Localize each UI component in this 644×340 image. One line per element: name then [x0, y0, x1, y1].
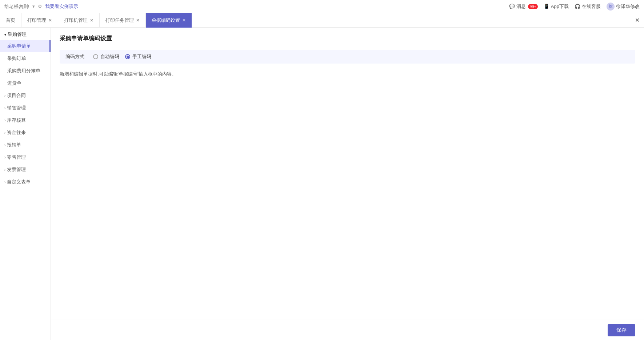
- content-footer: 保存: [51, 320, 644, 340]
- top-bar-notice: 给老板勿删!: [4, 3, 29, 10]
- radio-auto-label: 自动编码: [100, 53, 119, 60]
- tab-print-manage-close[interactable]: ✕: [48, 18, 52, 23]
- tab-bill-code-label: 单据编码设置: [152, 17, 180, 24]
- tab-print-manage[interactable]: 打印管理 ✕: [21, 13, 58, 28]
- sidebar-group-sales[interactable]: › 销售管理: [0, 102, 51, 114]
- tab-print-task[interactable]: 打印任务管理 ✕: [100, 13, 146, 28]
- sidebar-item-purchase-expense[interactable]: 采购费用分摊单: [0, 65, 51, 77]
- sidebar-group-invoice[interactable]: › 发票管理: [0, 163, 51, 176]
- main-layout: ▾ 采购管理 采购申请单 采购订单 采购费用分摊单 进货单 › 项目合同 › 销…: [0, 28, 644, 340]
- sidebar-group-purchase[interactable]: ▾ 采购管理: [0, 28, 51, 40]
- top-bar-left: 给老板勿删! ▾ ⚙ 我要看实例演示: [4, 3, 78, 10]
- tab-printer-manage[interactable]: 打印机管理 ✕: [58, 13, 100, 28]
- chevron-right-icon-4: ›: [4, 131, 5, 135]
- chevron-right-icon-3: ›: [4, 118, 5, 122]
- chevron-right-icon-8: ›: [4, 180, 5, 184]
- top-bar-right: 💬 消息 99+ 📱 App下载 🎧 在线客服 徐 徐泽华修改: [509, 3, 640, 11]
- tab-print-task-label: 打印任务管理: [105, 17, 134, 24]
- sidebar-item-stock-in[interactable]: 进货单: [0, 77, 51, 89]
- chevron-right-icon-5: ›: [4, 143, 5, 147]
- headset-icon: 🎧: [575, 4, 580, 9]
- dropdown-icon[interactable]: ▾: [32, 4, 35, 9]
- tab-home[interactable]: 首页: [0, 13, 21, 28]
- tab-bar-close[interactable]: ✕: [631, 14, 644, 27]
- sidebar-group-project[interactable]: › 项目合同: [0, 89, 51, 102]
- sidebar: ▾ 采购管理 采购申请单 采购订单 采购费用分摊单 进货单 › 项目合同 › 销…: [0, 28, 51, 340]
- radio-group: 自动编码 手工编码: [93, 53, 151, 60]
- tab-bill-code[interactable]: 单据编码设置 ✕: [146, 13, 192, 28]
- sidebar-group-retail[interactable]: › 零售管理: [0, 151, 51, 163]
- chevron-right-icon: ›: [4, 94, 5, 98]
- sidebar-group-purchase-label: 采购管理: [8, 31, 27, 38]
- encoding-row: 编码方式 自动编码 手工编码: [60, 50, 635, 64]
- app-download-button[interactable]: 📱 App下载: [544, 3, 569, 10]
- radio-manual-label: 手工编码: [132, 53, 151, 60]
- sidebar-item-purchase-request[interactable]: 采购申请单: [0, 40, 51, 52]
- chevron-right-icon-7: ›: [4, 168, 5, 172]
- tab-printer-manage-label: 打印机管理: [64, 17, 88, 24]
- radio-manual[interactable]: 手工编码: [125, 53, 151, 60]
- tab-bill-code-close[interactable]: ✕: [182, 18, 186, 23]
- chevron-right-icon-6: ›: [4, 155, 5, 159]
- tab-home-label: 首页: [6, 17, 15, 24]
- radio-manual-circle: [125, 54, 130, 59]
- message-button[interactable]: 💬 消息 99+: [509, 3, 538, 10]
- save-button[interactable]: 保存: [608, 324, 635, 336]
- message-badge: 99+: [528, 4, 538, 9]
- tab-print-manage-label: 打印管理: [27, 17, 46, 24]
- sidebar-item-purchase-order[interactable]: 采购订单: [0, 52, 51, 65]
- top-bar: 给老板勿删! ▾ ⚙ 我要看实例演示 💬 消息 99+ 📱 App下载 🎧 在线…: [0, 0, 644, 13]
- radio-auto-circle: [93, 54, 98, 59]
- tab-bar: 首页 打印管理 ✕ 打印机管理 ✕ 打印任务管理 ✕ 单据编码设置 ✕ ✕: [0, 13, 644, 28]
- sidebar-group-inventory[interactable]: › 库存核算: [0, 114, 51, 126]
- radio-auto[interactable]: 自动编码: [93, 53, 119, 60]
- tab-print-task-close[interactable]: ✕: [136, 18, 140, 23]
- page-title: 采购申请单编码设置: [60, 35, 635, 42]
- user-menu[interactable]: 徐 徐泽华修改: [607, 3, 640, 11]
- encoding-label: 编码方式: [65, 53, 84, 60]
- content-inner: 采购申请单编码设置 编码方式 自动编码 手工编码 新增和编辑单据时,可以编辑'单…: [51, 28, 644, 320]
- message-icon: 💬: [509, 4, 515, 9]
- online-service-button[interactable]: 🎧 在线客服: [575, 3, 601, 10]
- hint-text: 新增和编辑单据时,可以编辑'单据编号'输入框中的内容。: [60, 71, 635, 77]
- demo-text[interactable]: 我要看实例演示: [45, 3, 78, 10]
- sidebar-group-fund[interactable]: › 资金往来: [0, 126, 51, 139]
- avatar-icon: 徐: [607, 3, 615, 11]
- chevron-right-icon-2: ›: [4, 106, 5, 110]
- sidebar-group-custom-form[interactable]: › 自定义表单: [0, 176, 51, 188]
- chevron-down-icon: ▾: [4, 33, 6, 37]
- tab-printer-manage-close[interactable]: ✕: [90, 18, 93, 23]
- content-area: 采购申请单编码设置 编码方式 自动编码 手工编码 新增和编辑单据时,可以编辑'单…: [51, 28, 644, 340]
- sidebar-group-return[interactable]: › 报销单: [0, 139, 51, 151]
- settings-icon[interactable]: ⚙: [38, 4, 42, 9]
- app-icon: 📱: [544, 4, 549, 9]
